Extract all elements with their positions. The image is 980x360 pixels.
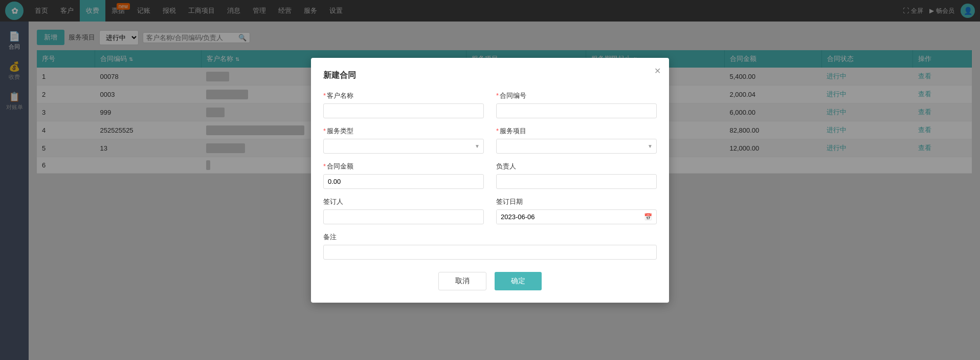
sign-date-label: 签订日期 xyxy=(496,197,657,206)
signer-label: 签订人 xyxy=(323,197,484,206)
service-item-select[interactable] xyxy=(496,139,657,154)
client-name-input[interactable] xyxy=(323,103,484,118)
field-sign-date: 签订日期 📅 xyxy=(496,197,657,224)
field-service-type: * 服务类型 xyxy=(323,126,484,154)
form-row-5: 备注 xyxy=(323,232,657,260)
field-service-item: * 服务项目 xyxy=(496,126,657,154)
form-row-3: * 合同金额 负责人 xyxy=(323,162,657,189)
service-item-label: * 服务项目 xyxy=(496,126,657,136)
contract-no-input[interactable] xyxy=(496,103,657,118)
sign-date-wrapper: 📅 xyxy=(496,209,657,224)
required-star-3: * xyxy=(323,127,326,135)
required-star-4: * xyxy=(496,127,499,135)
notes-label: 备注 xyxy=(323,232,657,242)
contract-no-label: * 合同编号 xyxy=(496,91,657,100)
amount-label: * 合同金额 xyxy=(323,162,484,171)
modal-overlay[interactable]: 新建合同 ✕ * 客户名称 * 合同编号 xyxy=(0,0,980,360)
required-star-5: * xyxy=(323,162,326,170)
responsible-input[interactable] xyxy=(496,174,657,189)
modal-footer: 取消 确定 xyxy=(323,272,657,290)
service-type-select-wrapper xyxy=(323,139,484,154)
modal-title: 新建合同 xyxy=(323,70,657,81)
required-star-2: * xyxy=(496,92,499,99)
field-responsible: 负责人 xyxy=(496,162,657,189)
field-signer: 签订人 xyxy=(323,197,484,224)
form-row-1: * 客户名称 * 合同编号 xyxy=(323,91,657,118)
amount-input[interactable] xyxy=(323,174,484,189)
field-contract-no: * 合同编号 xyxy=(496,91,657,118)
service-item-select-wrapper xyxy=(496,139,657,154)
signer-input[interactable] xyxy=(323,209,484,224)
field-amount: * 合同金额 xyxy=(323,162,484,189)
required-star: * xyxy=(323,92,326,99)
service-type-select[interactable] xyxy=(323,139,484,154)
sign-date-input[interactable] xyxy=(497,210,640,224)
modal-close-button[interactable]: ✕ xyxy=(654,66,661,76)
form-row-4: 签订人 签订日期 📅 xyxy=(323,197,657,224)
calendar-icon[interactable]: 📅 xyxy=(640,210,656,224)
notes-input[interactable] xyxy=(323,245,657,260)
confirm-button[interactable]: 确定 xyxy=(495,272,542,290)
new-contract-modal: 新建合同 ✕ * 客户名称 * 合同编号 xyxy=(311,58,669,303)
cancel-button[interactable]: 取消 xyxy=(438,272,486,290)
client-name-label: * 客户名称 xyxy=(323,91,484,100)
field-client-name: * 客户名称 xyxy=(323,91,484,118)
responsible-label: 负责人 xyxy=(496,162,657,171)
service-type-label: * 服务类型 xyxy=(323,126,484,136)
field-notes: 备注 xyxy=(323,232,657,260)
form-row-2: * 服务类型 * 服务项目 xyxy=(323,126,657,154)
